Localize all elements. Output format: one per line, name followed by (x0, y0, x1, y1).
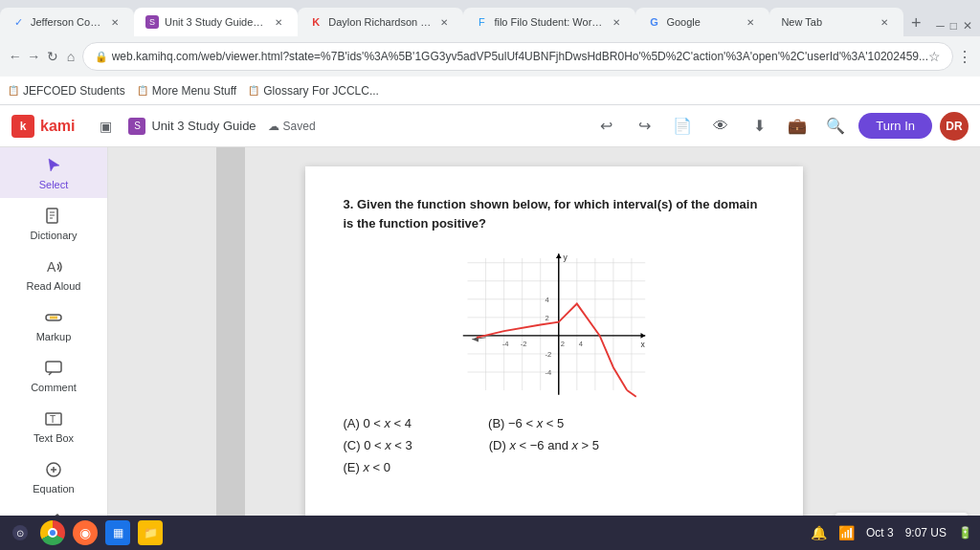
kami-logo[interactable]: k kami (11, 115, 75, 138)
taskbar-chrome-icon[interactable] (40, 520, 65, 545)
home-button[interactable]: ⌂ (63, 43, 78, 70)
redo-button[interactable]: ↪ (629, 111, 659, 142)
answer-row-1: (A) 0 < x < 4 (B) −6 < x < 5 (344, 416, 765, 430)
reload-button[interactable]: ↻ (45, 43, 59, 70)
undo-button[interactable]: ↩ (590, 111, 621, 142)
tab-title-3: Daylon Richardson - U... (328, 16, 431, 28)
tab-new[interactable]: New Tab ✕ (769, 8, 903, 36)
svg-text:x: x (640, 340, 645, 349)
tab-close-4[interactable]: ✕ (609, 14, 624, 30)
tab-daylon[interactable]: K Daylon Richardson - U... ✕ (298, 8, 463, 36)
question-text: 3. Given the function shown below, for w… (344, 195, 765, 232)
tab-close-5[interactable]: ✕ (743, 14, 758, 30)
sidebar-item-markup[interactable]: Markup (0, 299, 107, 350)
answer-row-2: (C) 0 < x < 3 (D) x < −6 and x > 5 (344, 438, 765, 452)
tab-google[interactable]: G Google ✕ (635, 8, 769, 36)
taskbar-app2-icon[interactable]: ◉ (73, 520, 98, 545)
sidebar-item-dictionary[interactable]: Dictionary (0, 198, 107, 249)
sidebar-item-read-aloud[interactable]: A Read Aloud (0, 249, 107, 299)
saved-indicator: ☁ Saved (268, 120, 316, 133)
address-bar[interactable]: 🔒 web.kamihq.com/web/viewer.html?state=%… (82, 42, 953, 71)
tab-close-3[interactable]: ✕ (436, 14, 452, 30)
tab-title-6: New Tab (781, 16, 871, 28)
tab-close-6[interactable]: ✕ (877, 14, 892, 30)
tab-close-2[interactable]: ✕ (271, 14, 286, 30)
content-area[interactable]: 3. Given the function shown below, for w… (108, 147, 980, 550)
time-display: 9:07 US (905, 526, 947, 539)
taskbar-files-icon[interactable]: 📁 (138, 520, 163, 545)
svg-text:T: T (50, 414, 56, 425)
tab-title-1: Jefferson County (31, 16, 101, 28)
svg-marker-37 (640, 333, 645, 339)
svg-text:-4: -4 (501, 340, 509, 348)
svg-text:-2: -2 (520, 340, 526, 348)
bookmark-label-1: JEFCOED Students (23, 84, 125, 98)
sidebar-item-text-box[interactable]: T Text Box (0, 401, 107, 451)
tab-title-2: Unit 3 Study Guide | S... (165, 16, 265, 28)
taskbar-app3-icon[interactable]: ▦ (105, 520, 130, 545)
notes-button[interactable]: 📄 (667, 111, 698, 142)
toolbar-right: ↩ ↪ 📄 👁 ⬇ 💼 🔍 Turn In DR (590, 111, 969, 142)
extensions-button[interactable]: ⋮ (957, 43, 972, 70)
notification-icon: 🔔 (811, 525, 827, 540)
main-layout: Select Dictionary A Read Aloud Markup Co… (0, 147, 980, 550)
sidebar-label-comment: Comment (31, 382, 77, 393)
close-button[interactable]: ✕ (963, 19, 972, 33)
doc-type-icon: S (128, 118, 145, 135)
tab-filo[interactable]: F filo Filo Student: World's ... ✕ (463, 8, 635, 36)
svg-text:y: y (563, 253, 568, 262)
briefcase-button[interactable]: 💼 (782, 111, 813, 142)
tab-jefferson-county[interactable]: ✓ Jefferson County ✕ (0, 8, 134, 36)
bookmark-jefcoed[interactable]: 📋 JEFCOED Students (8, 84, 125, 98)
document-page: 3. Given the function shown below, for w… (305, 166, 803, 549)
answer-row-3: (E) x < 0 (344, 460, 765, 474)
sidebar-item-equation[interactable]: Equation (0, 451, 107, 502)
answer-c: (C) 0 < x < 3 (344, 438, 412, 452)
sidebar: Select Dictionary A Read Aloud Markup Co… (0, 147, 108, 550)
download-button[interactable]: ⬇ (744, 111, 774, 142)
left-margin (216, 147, 245, 550)
select-icon (43, 155, 64, 176)
sidebar-item-comment[interactable]: Comment (0, 350, 107, 401)
kami-toolbar: k kami ▣ S Unit 3 Study Guide ☁ Saved ↩ … (0, 105, 980, 147)
bookmarks-bar: 📋 JEFCOED Students 📋 More Menu Stuff 📋 G… (0, 77, 980, 105)
text-box-icon: T (43, 408, 64, 429)
svg-rect-7 (46, 362, 61, 372)
forward-button[interactable]: → (26, 43, 40, 70)
kami-wordmark: kami (40, 118, 75, 135)
kami-logo-icon: k (11, 115, 34, 138)
avatar[interactable]: DR (940, 112, 969, 141)
maximize-button[interactable]: □ (950, 19, 957, 33)
nav-bar: ← → ↻ ⌂ 🔒 web.kamihq.com/web/viewer.html… (0, 36, 980, 77)
bookmark-more-menu[interactable]: 📋 More Menu Stuff (137, 84, 237, 98)
tab-close-1[interactable]: ✕ (107, 14, 122, 30)
svg-text:⊙: ⊙ (16, 528, 24, 539)
sidebar-label-dictionary: Dictionary (31, 230, 78, 241)
taskbar: ⊙ ◉ ▦ 📁 🔔 📶 Oct 3 9:07 US 🔋 (0, 516, 980, 550)
graph-container: x y -4 -2 2 4 2 4 -2 -4 (458, 248, 650, 401)
minimize-button[interactable]: ─ (936, 19, 945, 33)
doc-title-text: Unit 3 Study Guide (151, 119, 256, 133)
equation-icon (43, 459, 64, 480)
turn-in-button[interactable]: Turn In (858, 113, 932, 139)
doc-title-area: S Unit 3 Study Guide (128, 118, 256, 135)
tab-study-guide[interactable]: S Unit 3 Study Guide | S... ✕ (134, 8, 298, 36)
battery-icon: 🔋 (958, 526, 972, 539)
tab-title-5: Google (666, 16, 737, 28)
saved-label: Saved (283, 120, 316, 133)
tab-bar: ✓ Jefferson County ✕ S Unit 3 Study Guid… (0, 0, 980, 36)
svg-marker-38 (555, 253, 561, 258)
back-button[interactable]: ← (8, 43, 22, 70)
sidebar-item-select[interactable]: Select (0, 147, 107, 198)
tab-favicon-5: G (647, 15, 660, 29)
bookmark-glossary[interactable]: 📋 Glossary For JCCLC... (248, 84, 379, 98)
new-tab-button[interactable]: + (903, 10, 928, 36)
answer-choices: (A) 0 < x < 4 (B) −6 < x < 5 (C) 0 < x <… (344, 416, 765, 474)
tab-title-4: filo Filo Student: World's ... (494, 16, 603, 28)
view-button[interactable]: 👁 (705, 111, 736, 142)
taskbar-start-icon[interactable]: ⊙ (8, 520, 33, 545)
address-text: web.kamihq.com/web/viewer.html?state=%7B… (112, 50, 928, 63)
search-button[interactable]: 🔍 (820, 111, 851, 142)
doc-view-toggle[interactable]: ▣ (90, 111, 121, 142)
jefcoed-icon: 📋 (8, 85, 19, 96)
